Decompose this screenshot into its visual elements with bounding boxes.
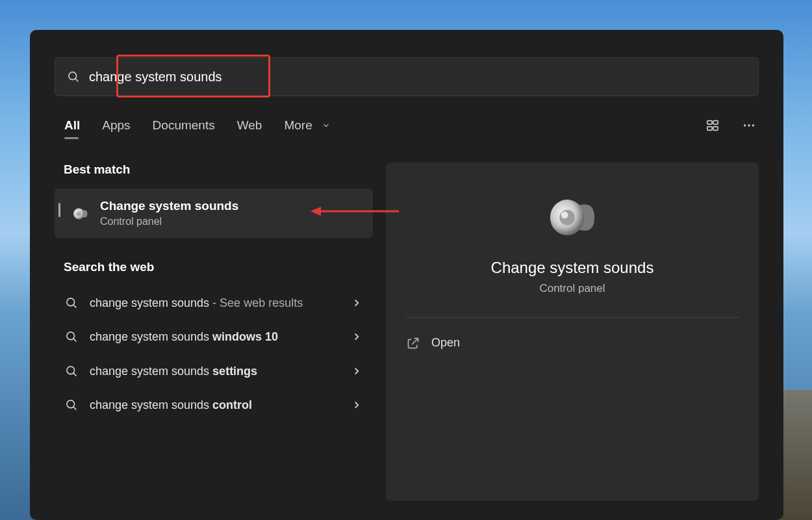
search-icon [65,398,78,411]
best-match-result[interactable]: Change system sounds Control panel [55,188,373,238]
web-result-0[interactable]: change system sounds - See web results [55,286,373,320]
search-icon [67,70,80,83]
web-result-text: change system sounds control [90,397,344,413]
best-match-title: Change system sounds [100,199,238,213]
search-web-header: Search the web [64,260,373,274]
web-result-3[interactable]: change system sounds control [55,388,373,422]
best-match-subtitle: Control panel [100,216,238,228]
chevron-right-icon [351,365,362,377]
speaker-icon [545,188,600,243]
svg-rect-4 [707,127,712,131]
svg-marker-12 [311,207,321,216]
preview-pane: Change system sounds Control panel Open [386,162,759,500]
svg-point-15 [67,332,75,340]
web-result-text: change system sounds windows 10 [90,329,344,344]
svg-point-10 [77,211,81,216]
svg-point-6 [744,124,746,126]
web-result-text: change system sounds settings [90,363,344,379]
divider [405,317,739,318]
svg-point-17 [67,367,75,374]
search-bar[interactable] [55,57,759,96]
chevron-down-icon [322,121,331,130]
preview-subtitle: Control panel [539,282,605,295]
search-icon [65,296,78,309]
chevron-right-icon [351,399,362,411]
speaker-icon [71,204,90,222]
svg-rect-5 [713,127,718,131]
tab-more-label: More [284,118,312,132]
svg-point-8 [752,124,754,126]
best-match-header: Best match [64,162,373,177]
svg-point-22 [559,210,575,226]
tab-apps[interactable]: Apps [102,118,130,133]
search-filters-icon[interactable] [703,116,722,135]
svg-line-1 [75,79,78,81]
chevron-right-icon [351,331,362,343]
desktop-background-edge [780,390,812,520]
svg-point-19 [67,400,75,408]
svg-point-13 [67,298,75,306]
svg-line-24 [412,338,418,344]
tab-more[interactable]: More [284,118,312,133]
results-column: Best match Change sys [55,162,373,500]
open-action[interactable]: Open [405,330,739,356]
search-input[interactable] [89,70,746,84]
svg-line-18 [73,373,76,376]
svg-point-23 [561,211,568,218]
chevron-right-icon [351,297,362,309]
search-icon [65,365,78,378]
open-external-icon [407,337,420,350]
tab-documents[interactable]: Documents [153,118,215,133]
svg-point-7 [748,124,750,126]
web-result-2[interactable]: change system sounds settings [55,354,373,388]
open-label: Open [431,336,460,350]
preview-title: Change system sounds [491,259,654,277]
svg-line-16 [73,339,76,342]
more-options-icon[interactable] [739,116,759,135]
tab-all[interactable]: All [64,118,80,133]
svg-rect-2 [707,121,712,125]
windows-search-panel: All Apps Documents Web More Best match [30,30,783,520]
svg-line-20 [73,407,76,410]
web-result-text: change system sounds - See web results [90,295,344,311]
svg-point-0 [69,72,77,80]
filter-tabs: All Apps Documents Web More [64,116,759,135]
tab-web[interactable]: Web [237,118,262,133]
web-result-1[interactable]: change system sounds windows 10 [55,320,373,354]
svg-rect-3 [713,121,718,125]
svg-line-14 [73,305,76,307]
search-icon [65,330,78,343]
